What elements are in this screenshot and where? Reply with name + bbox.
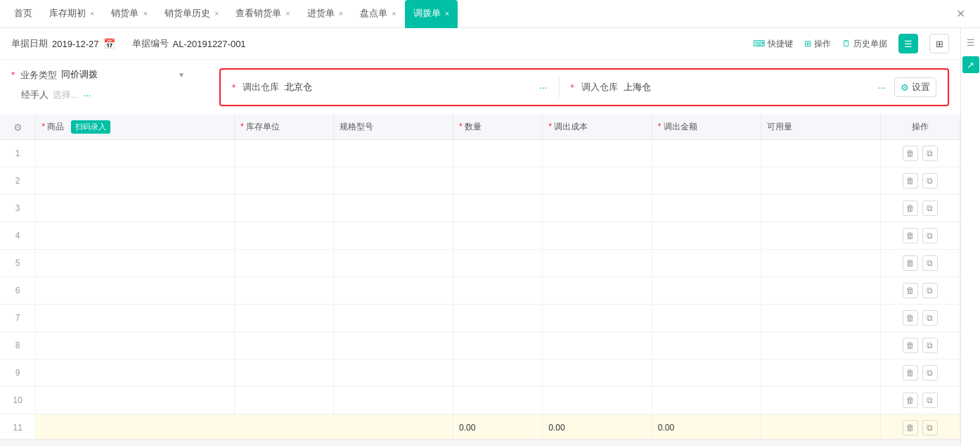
row-cost[interactable] — [543, 250, 652, 277]
row-unit[interactable] — [235, 277, 334, 305]
close-tab-sales-history[interactable]: × — [214, 9, 219, 18]
tab-home[interactable]: 首页 — [6, 0, 41, 28]
row-amount[interactable] — [652, 140, 761, 167]
row-amount[interactable] — [652, 250, 761, 277]
row-spec[interactable] — [334, 359, 453, 387]
row-available[interactable] — [761, 250, 881, 277]
tab-sales-history[interactable]: 销货单历史 × — [156, 0, 227, 28]
row-amount[interactable] — [652, 195, 761, 222]
warehouse-in-more[interactable]: ··· — [877, 82, 886, 93]
row-spec[interactable] — [334, 250, 453, 277]
row-qty[interactable] — [453, 277, 543, 305]
row-qty[interactable] — [453, 332, 543, 359]
window-close-button[interactable]: ✕ — [949, 3, 972, 25]
row-cost[interactable] — [543, 167, 652, 195]
row-product[interactable] — [36, 222, 235, 250]
copy-icon[interactable]: ⧉ — [922, 393, 938, 408]
row-cost[interactable] — [543, 195, 652, 222]
row-unit[interactable] — [235, 359, 334, 387]
row-amount[interactable] — [652, 332, 761, 359]
business-type-select[interactable]: 同价调拨 — [61, 68, 174, 82]
row-product[interactable] — [36, 359, 235, 387]
delete-icon[interactable]: 🗑 — [903, 173, 918, 189]
delete-icon[interactable]: 🗑 — [903, 420, 918, 435]
row-cost[interactable] — [543, 387, 652, 414]
delete-icon[interactable]: 🗑 — [903, 310, 918, 326]
delete-icon[interactable]: 🗑 — [903, 393, 918, 408]
tab-inventory-init[interactable]: 库存期初 × — [41, 0, 103, 28]
row-available[interactable] — [761, 332, 881, 359]
row-amount[interactable] — [652, 277, 761, 305]
business-type-arrow[interactable]: ▼ — [178, 71, 185, 79]
bottom-scrollbar[interactable] — [0, 439, 960, 446]
tab-view-sales[interactable]: 查看销货单 × — [227, 0, 298, 28]
tab-transfer-order[interactable]: 调拨单 × — [405, 0, 458, 28]
operation-action[interactable]: ⊞ 操作 — [804, 38, 831, 50]
row-spec[interactable] — [334, 167, 453, 195]
row-unit[interactable] — [235, 167, 334, 195]
delete-icon[interactable]: 🗑 — [903, 146, 918, 161]
copy-icon[interactable]: ⧉ — [922, 365, 938, 381]
row-spec[interactable] — [334, 195, 453, 222]
copy-icon[interactable]: ⧉ — [922, 420, 938, 435]
copy-icon[interactable]: ⧉ — [922, 255, 938, 271]
list-view-button[interactable]: ☰ — [898, 34, 918, 53]
row-unit[interactable] — [235, 305, 334, 332]
row-amount[interactable] — [652, 167, 761, 195]
delete-icon[interactable]: 🗑 — [903, 365, 918, 381]
copy-icon[interactable]: ⧉ — [922, 228, 938, 243]
row-available[interactable] — [761, 277, 881, 305]
calendar-icon[interactable]: 📅 — [103, 38, 115, 49]
row-qty[interactable] — [453, 167, 543, 195]
tab-inventory-check[interactable]: 盘点单 × — [352, 0, 404, 28]
copy-icon[interactable]: ⧉ — [922, 338, 938, 353]
row-unit[interactable] — [235, 387, 334, 414]
row-product[interactable] — [36, 277, 235, 305]
row-qty[interactable] — [453, 140, 543, 167]
row-qty[interactable] — [453, 305, 543, 332]
shortcut-action[interactable]: ⌨ 快捷键 — [753, 38, 793, 50]
row-product[interactable] — [36, 250, 235, 277]
table-wrapper[interactable]: ⚙ * 商品 扫码录入 * 库存单位 规格型号 — [0, 115, 960, 439]
handler-select[interactable]: 选择... — [53, 89, 79, 101]
row-spec[interactable] — [334, 332, 453, 359]
row-product[interactable] — [36, 195, 235, 222]
handler-more-icon[interactable]: ··· — [83, 89, 91, 101]
setting-button[interactable]: ⚙ 设置 — [894, 77, 936, 97]
row-qty[interactable] — [453, 195, 543, 222]
close-tab-transfer-order[interactable]: × — [445, 9, 449, 18]
row-available[interactable] — [761, 359, 881, 387]
row-amount[interactable] — [652, 222, 761, 250]
row-unit[interactable] — [235, 222, 334, 250]
row-product[interactable] — [36, 387, 235, 414]
copy-icon[interactable]: ⧉ — [922, 283, 938, 298]
row-amount[interactable] — [652, 387, 761, 414]
row-available[interactable] — [761, 140, 881, 167]
row-cost[interactable] — [543, 277, 652, 305]
close-tab-inventory-init[interactable]: × — [90, 9, 94, 18]
table-settings-gear[interactable]: ⚙ — [13, 122, 22, 133]
tab-purchase-order[interactable]: 进货单 × — [299, 0, 352, 28]
delete-icon[interactable]: 🗑 — [903, 338, 918, 353]
row-product[interactable] — [36, 140, 235, 167]
close-tab-inventory-check[interactable]: × — [392, 9, 396, 18]
sidebar-export-icon[interactable]: ↗ — [962, 56, 979, 73]
row-product[interactable] — [36, 332, 235, 359]
row-available[interactable] — [761, 167, 881, 195]
row-spec[interactable] — [334, 305, 453, 332]
tab-sales-order[interactable]: 销货单 × — [103, 0, 155, 28]
copy-icon[interactable]: ⧉ — [922, 146, 938, 161]
copy-icon[interactable]: ⧉ — [922, 310, 938, 326]
row-cost[interactable] — [543, 140, 652, 167]
delete-icon[interactable]: 🗑 — [903, 255, 918, 271]
row-unit[interactable] — [235, 332, 334, 359]
row-product[interactable] — [36, 305, 235, 332]
row-cost[interactable] — [543, 305, 652, 332]
row-unit[interactable] — [235, 250, 334, 277]
history-action[interactable]: 🗒 历史单据 — [842, 38, 887, 50]
row-cost[interactable] — [543, 332, 652, 359]
delete-icon[interactable]: 🗑 — [903, 228, 918, 243]
copy-icon[interactable]: ⧉ — [922, 200, 938, 216]
row-available[interactable] — [761, 222, 881, 250]
row-qty[interactable] — [453, 222, 543, 250]
